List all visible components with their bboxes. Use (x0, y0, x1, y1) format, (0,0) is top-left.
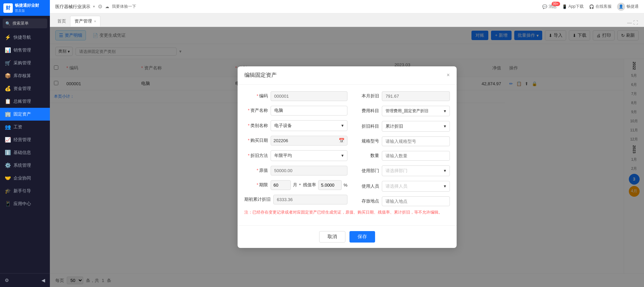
user-dropdown-icon: ▾ (444, 184, 446, 189)
sidebar-item-inventory[interactable]: 📦 库存核算 (0, 69, 50, 82)
app-name: 畅捷通好业财 (15, 3, 39, 8)
modal-note: 注：已经存在变更记录或者对应固定资产已经生成凭证，原值、购买日期、残值率、累计折… (244, 206, 450, 219)
dep-subject-dropdown-icon: ▾ (444, 124, 446, 129)
sidebar-item-payroll[interactable]: 👥 工资 (0, 121, 50, 133)
guide-icon: 🎓 (5, 188, 11, 194)
purchase-date-input[interactable] (274, 136, 339, 145)
tab-expand-button[interactable]: ⛶ (633, 20, 638, 25)
user-placeholder: 请选择人员 (386, 183, 407, 189)
settings-button[interactable]: ⚙ (3, 276, 11, 284)
search-menu-button[interactable]: 🔍 搜索菜单 (3, 19, 47, 28)
location-label: 存放地点 (356, 198, 379, 204)
tab-asset-management[interactable]: 资产管理 × (70, 16, 100, 27)
period-group: 月 * 残值率 % (271, 180, 348, 190)
finance-icon: 💰 (5, 86, 11, 92)
sidebar-item-ledger[interactable]: 📋 总账管理 (0, 95, 50, 108)
department-select[interactable]: 请选择部门 ▾ (382, 165, 450, 176)
user-menu-button[interactable]: 👤 畅捷通 (617, 3, 639, 11)
main-content: 医疗器械行业演示 ▾ ⚙ ☁ 我要体验一下 💬 消息 99+ 📱 App下载 🎧 (50, 0, 644, 287)
quick-nav-label: 快捷导航 (13, 34, 31, 40)
form-item-code: *编码 (244, 91, 348, 101)
dep-method-select[interactable]: 年限平均 ▾ (271, 150, 348, 161)
app-version: 普及版 (15, 8, 39, 13)
online-service-button[interactable]: 🎧 在线客服 (589, 4, 612, 9)
company-dropdown-icon[interactable]: ▾ (93, 4, 95, 9)
initial-dep-label: 期初累计折旧 (244, 196, 271, 202)
form-item-depreciation-method: *折旧方法 年限平均 ▾ (244, 150, 348, 161)
asset-name-label: *资产名称 (244, 107, 268, 114)
fixed-assets-label: 固定资产 (13, 111, 31, 117)
service-icon: 🎧 (589, 4, 594, 9)
category-select[interactable]: 电子设备 ▾ (271, 120, 348, 131)
expense-subject-value: 管理费用_固定资产折旧 (386, 108, 428, 114)
payroll-icon: 👥 (5, 124, 11, 130)
inventory-icon: 📦 (5, 73, 11, 79)
sidebar-item-purchase[interactable]: 🛒 采购管理 (0, 57, 50, 69)
sidebar-item-finance[interactable]: 💰 资金管理 (0, 82, 50, 95)
form-item-department: 使用部门 请选择部门 ▾ (356, 165, 450, 176)
enterprise-label: 企业协同 (13, 175, 31, 181)
quick-nav-icon: ⚡ (5, 34, 11, 40)
monthly-dep-input[interactable] (382, 91, 450, 101)
sidebar-item-fixed-assets[interactable]: 🏢 固定资产 (0, 108, 50, 121)
form-item-category: *类别名称 电子设备 ▾ (244, 120, 348, 131)
messages-badge: 99+ (552, 2, 560, 6)
messages-button[interactable]: 💬 消息 99+ (542, 4, 557, 9)
asset-name-input[interactable] (271, 106, 348, 116)
residual-rate-label: 残值率 (303, 182, 316, 188)
tabbar: 首页 资产管理 × — ⛶ (50, 13, 644, 27)
calendar-icon[interactable]: 📅 (339, 138, 344, 143)
modal-close-button[interactable]: × (447, 72, 450, 78)
company-settings-icon[interactable]: ⚙ (98, 3, 102, 10)
purchase-date-label: *购买日期 (244, 137, 268, 144)
sidebar-item-guide[interactable]: 🎓 新手引导 (0, 185, 50, 197)
residual-rate-input[interactable] (318, 180, 342, 190)
sidebar-item-apps[interactable]: 📱 应用中心 (0, 197, 50, 210)
cancel-button[interactable]: 取消 (319, 231, 345, 243)
finance-label: 资金管理 (13, 86, 31, 92)
sales-label: 销售管理 (13, 47, 31, 53)
sidebar-item-quick-nav[interactable]: ⚡ 快捷导航 (0, 31, 50, 44)
sidebar-footer: ⚙ ◀ (0, 273, 50, 287)
sidebar-item-system[interactable]: ⚙️ 系统管理 (0, 159, 50, 172)
quantity-input[interactable] (382, 151, 450, 161)
location-input[interactable] (382, 196, 450, 206)
user-avatar: 👤 (617, 3, 625, 11)
download-icon: 📱 (562, 4, 567, 9)
company-name: 医疗器械行业演示 (55, 4, 90, 10)
form-item-quantity: 数量 (356, 151, 450, 161)
tab-close-icon[interactable]: × (94, 19, 96, 23)
dep-subject-label: 折旧科目 (356, 123, 379, 129)
form-item-original-value: *原值 (244, 166, 348, 176)
model-input[interactable] (382, 136, 450, 146)
sales-icon: 📊 (5, 47, 11, 53)
tab-minimize-button[interactable]: — (627, 20, 632, 25)
sidebar-header: 财 畅捷通好业财 普及版 (0, 0, 50, 16)
sidebar-item-enterprise[interactable]: 🤝 企业协同 (0, 172, 50, 185)
topbar-left: 医疗器械行业演示 ▾ ⚙ ☁ 我要体验一下 (55, 3, 538, 10)
initial-dep-input[interactable] (273, 195, 348, 204)
dep-subject-select[interactable]: 累计折旧 ▾ (382, 121, 450, 132)
experience-label[interactable]: 我要体验一下 (112, 4, 136, 9)
operations-label: 经营管理 (13, 137, 31, 143)
sidebar-item-sales[interactable]: 📊 销售管理 (0, 44, 50, 57)
expense-subject-select[interactable]: 管理费用_固定资产折旧 ▾ (382, 106, 450, 116)
dep-subject-value: 累计折旧 (386, 123, 403, 129)
form-item-expense-subject: 费用科目 管理费用_固定资产折旧 ▾ (356, 106, 450, 116)
app-download-button[interactable]: 📱 App下载 (562, 4, 584, 9)
user-select[interactable]: 请选择人员 ▾ (382, 181, 450, 192)
tab-home[interactable]: 首页 (53, 16, 70, 27)
save-button[interactable]: 保存 (349, 231, 375, 243)
collapse-button[interactable]: ◀ (39, 276, 47, 284)
expense-dropdown-icon: ▾ (444, 108, 446, 114)
modal-overlay: 编辑固定资产 × *编码 (50, 27, 644, 287)
code-input[interactable] (271, 91, 348, 101)
period-input[interactable] (271, 180, 291, 190)
sidebar-nav: 🔍 搜索菜单 ⚡ 快捷导航 📊 销售管理 🛒 采购管理 📦 库存核算 (0, 16, 50, 273)
sidebar-item-basic-info[interactable]: ℹ️ 基础信息 (0, 146, 50, 159)
form-item-initial-depreciation: 期初累计折旧 (244, 195, 348, 204)
basic-info-label: 基础信息 (13, 150, 31, 156)
sidebar-item-operations[interactable]: 📈 经营管理 (0, 133, 50, 146)
payroll-label: 工资 (13, 124, 22, 130)
original-value-input[interactable] (271, 166, 348, 176)
